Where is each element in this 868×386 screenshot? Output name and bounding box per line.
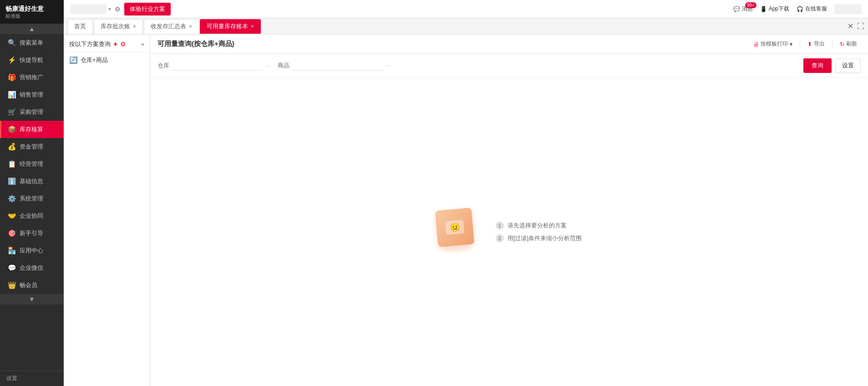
sidebar-item-quick-nav[interactable]: ⚡ 快捷导航 xyxy=(0,51,64,69)
trial-btn[interactable]: 体验行业方案 xyxy=(124,3,171,15)
topbar-chevron-icon[interactable]: ▾ xyxy=(108,6,111,12)
sidebar-item-system[interactable]: ⚙️ 系统管理 xyxy=(0,190,64,207)
refresh-label: 刷新 xyxy=(846,40,857,48)
tab-home-label: 首页 xyxy=(74,22,86,31)
search-icon: 🔍 xyxy=(8,39,16,47)
sidebar: 畅康通好生意 标准版 ▲ 🔍 搜索菜单 ⚡ 快捷导航 🎁 营销推广 📊 销售管理… xyxy=(0,0,64,386)
sidebar-item-enterprise[interactable]: 🤝 企业协同 xyxy=(0,207,64,225)
filter-item-warehouse-product[interactable]: 🔄 仓库+商品 xyxy=(64,52,150,68)
topbar: ▾ ⚙ 体验行业方案 💬 消息 99+ 📱 App下载 🎧 在线客服 xyxy=(64,0,868,18)
message-btn[interactable]: 💬 消息 99+ xyxy=(733,5,753,13)
page-header: 可用量查询(按仓库+商品) 🖨 按模板打印 ▾ ⬆ 导出 ↻ xyxy=(150,35,868,54)
tab-batch-account[interactable]: 库存批次账 × xyxy=(94,19,143,34)
tab-batch-account-close[interactable]: × xyxy=(133,23,136,30)
page-actions: 🖨 按模板打印 ▾ ⬆ 导出 ↻ 刷新 xyxy=(750,38,861,50)
action-divider-1 xyxy=(800,41,800,48)
sidebar-item-label: 畅会员 xyxy=(20,281,37,289)
sidebar-scroll-up[interactable]: ▲ xyxy=(0,24,64,34)
filter-panel-header: 按以下方案查询 + ⚙ « xyxy=(64,40,150,52)
query-actions: 查询 设置 xyxy=(803,58,861,73)
sidebar-item-newbie[interactable]: 🎯 新手引导 xyxy=(0,225,64,242)
enterprise-icon: 🤝 xyxy=(8,212,16,220)
hint-text-2: 用[过滤]条件来缩小分析范围 xyxy=(508,234,582,242)
sidebar-item-sales[interactable]: 📊 销售管理 xyxy=(0,86,64,103)
sidebar-item-label: 应用中心 xyxy=(20,247,43,255)
filter-add-icon[interactable]: + xyxy=(113,40,117,48)
tab-available-ledger-close[interactable]: × xyxy=(251,23,254,30)
query-bar: 仓库 ··· 商品 ··· 查询 设置 xyxy=(150,54,868,78)
hint-item-2: 2 用[过滤]条件来缩小分析范围 xyxy=(496,234,582,242)
empty-face-icon: 😐 xyxy=(445,220,464,235)
sidebar-item-appstore[interactable]: 🏪 应用中心 xyxy=(0,242,64,259)
sidebar-item-purchase[interactable]: 🛒 采购管理 xyxy=(0,103,64,121)
appstore-icon: 🏪 xyxy=(8,247,16,255)
vip-icon: 👑 xyxy=(8,281,16,289)
empty-icon-area: 😐 xyxy=(437,209,482,255)
print-icon: 🖨 xyxy=(753,41,759,47)
query-btn[interactable]: 查询 xyxy=(803,58,832,73)
basic-icon: ℹ️ xyxy=(8,177,16,185)
product-input[interactable] xyxy=(292,61,383,71)
sidebar-item-wechat[interactable]: 💬 企业微信 xyxy=(0,259,64,277)
warehouse-label: 仓库 xyxy=(157,62,169,70)
message-badge: 99+ xyxy=(745,2,756,8)
product-field: 商品 ··· xyxy=(278,61,391,71)
close-window-icon[interactable]: ✕ xyxy=(848,22,853,31)
empty-hints: 1 请先选择要分析的方案 2 用[过滤]条件来缩小分析范围 xyxy=(496,221,582,242)
sidebar-item-marketing[interactable]: 🎁 营销推广 xyxy=(0,69,64,86)
empty-state: 😐 1 请先选择要分析的方案 2 用[过滤]条件来缩小分析范围 xyxy=(150,78,868,386)
sidebar-item-label: 新手引导 xyxy=(20,229,43,237)
sidebar-item-inventory[interactable]: 📦 库存核算 xyxy=(0,121,64,138)
sidebar-item-operation[interactable]: 📋 经营管理 xyxy=(0,155,64,173)
sidebar-item-vip[interactable]: 👑 畅会员 xyxy=(0,277,64,294)
purchase-icon: 🛒 xyxy=(8,108,16,116)
app-download-btn[interactable]: 📱 App下载 xyxy=(760,5,789,13)
operation-icon: 📋 xyxy=(8,160,16,168)
tab-available-ledger[interactable]: 可用量库存账本 × xyxy=(200,19,261,34)
user-avatar-area[interactable] xyxy=(834,4,862,14)
sidebar-item-label: 系统管理 xyxy=(20,195,43,203)
sidebar-item-label: 资金管理 xyxy=(20,143,43,151)
tab-batch-account-label: 库存批次账 xyxy=(101,22,130,31)
app-download-label: App下载 xyxy=(769,5,789,13)
sidebar-item-label: 基础信息 xyxy=(20,177,43,185)
warehouse-more-btn[interactable]: ··· xyxy=(266,62,270,69)
hint-num-2: 2 xyxy=(496,234,504,242)
warehouse-input[interactable] xyxy=(172,61,263,71)
settings-btn[interactable]: 设置 xyxy=(835,58,861,73)
sidebar-item-finance[interactable]: 💰 资金管理 xyxy=(0,138,64,155)
online-service-btn[interactable]: 🎧 在线客服 xyxy=(797,5,827,13)
finance-icon: 💰 xyxy=(8,143,16,151)
sidebar-logo: 畅康通好生意 标准版 xyxy=(0,0,64,24)
message-icon: 💬 xyxy=(733,6,740,12)
hint-item-1: 1 请先选择要分析的方案 xyxy=(496,221,582,230)
warehouse-field: 仓库 ··· xyxy=(157,61,270,71)
quick-nav-icon: ⚡ xyxy=(8,56,16,64)
app-subtitle: 标准版 xyxy=(5,13,58,19)
sidebar-scroll-down[interactable]: ▼ xyxy=(0,294,64,304)
print-label: 按模板打印 xyxy=(761,40,788,48)
sidebar-item-label: 搜索菜单 xyxy=(20,39,43,47)
product-more-btn[interactable]: ··· xyxy=(386,62,391,69)
tab-receipt-summary[interactable]: 收发存汇总表 × xyxy=(144,19,199,34)
tab-receipt-summary-close[interactable]: × xyxy=(189,23,192,30)
empty-box: 😐 xyxy=(435,208,475,247)
content-area: 按以下方案查询 + ⚙ « 🔄 仓库+商品 可用量查询(按仓库+商品) 🖨 按模… xyxy=(64,35,868,386)
refresh-icon: ↻ xyxy=(840,41,844,47)
filter-settings-icon[interactable]: ⚙ xyxy=(120,41,126,48)
sidebar-item-search[interactable]: 🔍 搜索菜单 xyxy=(0,34,64,51)
print-btn[interactable]: 🖨 按模板打印 ▾ xyxy=(750,38,796,50)
hint-text-1: 请先选择要分析的方案 xyxy=(508,221,567,230)
expand-window-icon[interactable]: ⛶ xyxy=(857,22,864,31)
topbar-gear-icon[interactable]: ⚙ xyxy=(115,5,121,13)
export-label: 导出 xyxy=(814,40,825,48)
refresh-btn[interactable]: ↻ 刷新 xyxy=(836,38,861,50)
export-btn[interactable]: ⬆ 导出 xyxy=(804,38,828,50)
marketing-icon: 🎁 xyxy=(8,73,16,82)
filter-collapse-icon[interactable]: « xyxy=(141,41,144,47)
sidebar-item-basic[interactable]: ℹ️ 基础信息 xyxy=(0,173,64,190)
sidebar-settings[interactable]: 设置 xyxy=(0,371,64,386)
sidebar-item-label: 库存核算 xyxy=(20,125,43,134)
tab-home[interactable]: 首页 xyxy=(67,19,93,34)
sidebar-item-label: 企业微信 xyxy=(20,264,43,272)
